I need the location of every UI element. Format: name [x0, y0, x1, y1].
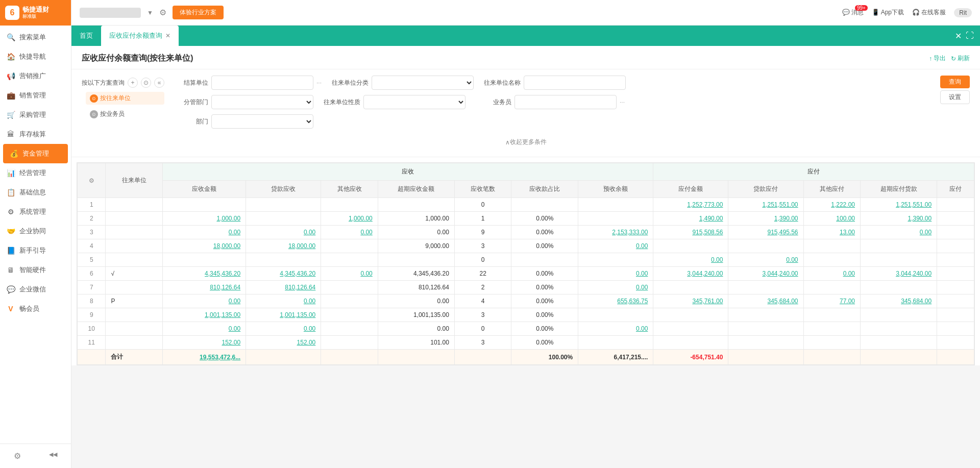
table-cell[interactable]: 1,222.00 — [803, 198, 860, 212]
settings-bottom-btn[interactable]: ⚙ — [9, 448, 26, 464]
table-cell[interactable]: 3,044,240.00 — [728, 267, 803, 281]
breadcrumb-chevron-icon[interactable]: ▼ — [147, 9, 153, 16]
table-cell[interactable]: 810,126.64 — [246, 281, 321, 294]
query-button[interactable]: 查询 — [940, 76, 970, 88]
table-cell[interactable]: 915,508.56 — [653, 226, 728, 239]
try-solution-button[interactable]: 体验行业方案 — [173, 6, 224, 19]
sub-nav-by-salesperson[interactable]: ⊙ 按业务员 — [86, 108, 164, 120]
table-cell[interactable]: 0.00 — [860, 226, 937, 239]
table-cell[interactable]: 0.00 — [578, 281, 653, 294]
table-cell[interactable]: 13.00 — [803, 226, 860, 239]
table-cell[interactable]: 1,001,135.00 — [246, 308, 321, 322]
table-cell[interactable]: 1,490.00 — [653, 212, 728, 226]
table-cell[interactable]: 4,345,436.20 — [246, 267, 321, 281]
sidebar-item-sales[interactable]: 💼 销售管理 — [0, 86, 71, 105]
tab-home[interactable]: 首页 — [71, 26, 101, 46]
table-cell[interactable]: 2,153,333.00 — [578, 226, 653, 239]
department-select[interactable] — [211, 114, 313, 129]
table-cell[interactable]: 1,000.00 — [162, 212, 246, 226]
table-cell — [860, 322, 937, 336]
table-cell[interactable]: 915,495.56 — [728, 226, 803, 239]
refresh-button[interactable]: ↻ 刷新 — [951, 54, 970, 63]
export-button[interactable]: ↑ 导出 — [929, 54, 946, 63]
table-cell[interactable]: 1,251,551.00 — [728, 198, 803, 212]
footer-ar-loan — [246, 350, 321, 365]
table-cell[interactable]: 0.00 — [162, 322, 246, 336]
tab-close-window-icon[interactable]: ✕ — [955, 31, 962, 41]
sidebar-item-wechat[interactable]: 💬 企业微信 — [0, 280, 71, 299]
salesperson-input[interactable] — [514, 95, 617, 109]
table-cell[interactable]: 152.00 — [162, 336, 246, 350]
app-download-link[interactable]: 📱 App下载 — [872, 8, 904, 17]
setting-button[interactable]: 设置 — [940, 90, 970, 104]
table-cell[interactable]: 1,252,773.00 — [653, 198, 728, 212]
user-avatar[interactable]: Rit — [954, 8, 972, 17]
settings-gear-icon[interactable]: ⚙ — [159, 8, 166, 17]
table-cell[interactable]: 0.00 — [246, 226, 321, 239]
settlement-unit-dots[interactable]: ··· — [316, 79, 322, 86]
table-cell[interactable]: 0.00 — [162, 294, 246, 308]
table-cell[interactable]: 1,390.00 — [728, 212, 803, 226]
sidebar-item-basic-info[interactable]: 📋 基础信息 — [0, 183, 71, 202]
table-cell[interactable]: 0.00 — [321, 226, 378, 239]
sidebar-item-purchase[interactable]: 🛒 采购管理 — [0, 105, 71, 125]
table-cell[interactable]: 1,390.00 — [860, 212, 937, 226]
sidebar-item-marketing[interactable]: 📢 营销推广 — [0, 66, 71, 86]
table-cell[interactable]: 345,761.00 — [653, 294, 728, 308]
filter-collapse-btn[interactable]: ∧ 收起更多条件 — [82, 134, 970, 151]
table-cell[interactable]: 152.00 — [246, 336, 321, 350]
th-gear[interactable]: ⚙ — [78, 163, 106, 198]
sub-nav-by-partner[interactable]: ⊙ 按往来单位 — [86, 92, 164, 105]
notification-badge[interactable]: 💬 消息 99+ — [842, 8, 864, 17]
sidebar-item-finance[interactable]: 💰 资金管理 — [3, 144, 68, 163]
sidebar-item-operation[interactable]: 📊 经营管理 — [0, 163, 71, 183]
table-cell[interactable]: 0.00 — [803, 267, 860, 281]
table-cell[interactable]: 0.00 — [728, 253, 803, 267]
filter-collapse-left-btn[interactable]: « — [154, 78, 164, 88]
filter-options-btn[interactable]: ⊙ — [141, 78, 151, 88]
table-cell[interactable]: 0.00 — [246, 322, 321, 336]
table-cell[interactable]: 0.00 — [246, 294, 321, 308]
table-cell[interactable]: 345,684.00 — [728, 294, 803, 308]
tab-close-icon[interactable]: ✕ — [165, 32, 170, 39]
table-cell[interactable]: 18,000.00 — [162, 239, 246, 253]
filter-add-btn[interactable]: + — [128, 78, 138, 88]
partner-name-input[interactable] — [524, 76, 626, 90]
supervising-dept-select[interactable] — [211, 95, 313, 109]
tab-ar-ap[interactable]: 应收应付余额查询 ✕ — [101, 26, 179, 46]
table-cell[interactable]: 0.00 — [578, 239, 653, 253]
salesperson-dots[interactable]: ··· — [620, 98, 625, 106]
sidebar-item-inventory[interactable]: 🏛 库存核算 — [0, 125, 71, 144]
tab-fullscreen-icon[interactable]: ⛶ — [966, 31, 974, 40]
sidebar-item-hardware[interactable]: 🖥 智能硬件 — [0, 260, 71, 280]
sidebar-item-member[interactable]: V 畅会员 — [0, 299, 71, 318]
settlement-unit-input[interactable] — [211, 76, 313, 90]
table-cell[interactable]: 0.00 — [321, 267, 378, 281]
table-cell[interactable]: 810,126.64 — [162, 281, 246, 294]
table-cell[interactable]: 18,000.00 — [246, 239, 321, 253]
table-cell[interactable]: 1,001,135.00 — [162, 308, 246, 322]
table-cell[interactable]: 3,044,240.00 — [653, 267, 728, 281]
sidebar-item-guide[interactable]: 📘 新手引导 — [0, 241, 71, 260]
table-cell[interactable]: 1,000.00 — [321, 212, 378, 226]
sidebar-item-quick-nav[interactable]: 🏠 快捷导航 — [0, 47, 71, 66]
online-service-link[interactable]: 🎧 在线客服 — [912, 8, 946, 17]
sidebar-item-enterprise[interactable]: 🤝 企业协同 — [0, 221, 71, 241]
table-cell[interactable]: 77.00 — [803, 294, 860, 308]
table-cell[interactable]: 345,684.00 — [860, 294, 937, 308]
table-cell[interactable]: 0.00 — [578, 322, 653, 336]
sidebar-item-system[interactable]: ⚙ 系统管理 — [0, 202, 71, 221]
table-cell[interactable]: 3,044,240.00 — [860, 267, 937, 281]
partner-category-select[interactable] — [372, 76, 474, 90]
table-cell[interactable]: 655,636.75 — [578, 294, 653, 308]
sidebar-item-search-menu[interactable]: 🔍 搜索菜单 — [0, 28, 71, 47]
collapse-bottom-btn[interactable]: ◀◀ — [44, 448, 62, 464]
table-cell[interactable]: 4,345,436.20 — [162, 267, 246, 281]
partner-nature-select[interactable] — [363, 95, 465, 109]
table-cell[interactable]: 0.00 — [162, 226, 246, 239]
table-cell[interactable]: 0.00 — [653, 253, 728, 267]
table-cell: 9,000.00 — [378, 239, 454, 253]
table-cell[interactable]: 100.00 — [803, 212, 860, 226]
table-cell[interactable]: 1,251,551.00 — [860, 198, 937, 212]
table-cell[interactable]: 0.00 — [578, 267, 653, 281]
